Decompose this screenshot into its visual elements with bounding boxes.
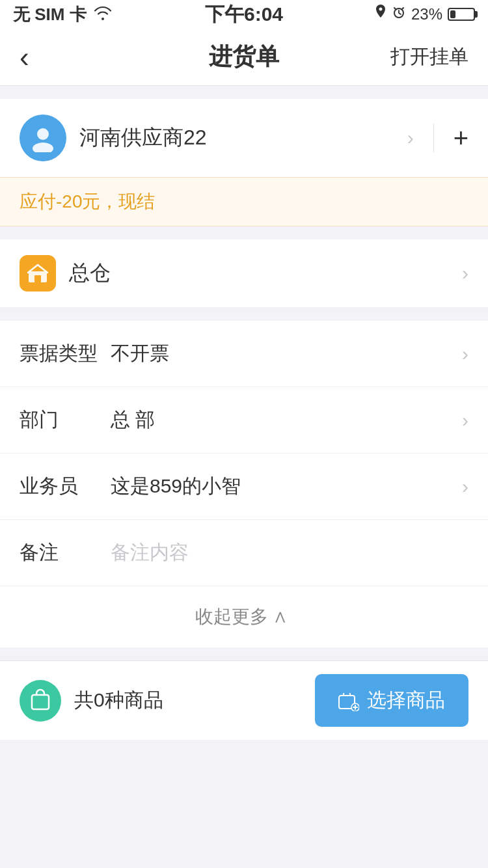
salesperson-label: 业务员 xyxy=(20,473,111,500)
invoice-type-label: 票据类型 xyxy=(20,340,111,367)
notice-text: 应付-20元，现结 xyxy=(20,191,155,211)
status-left: 无 SIM 卡 xyxy=(13,3,113,26)
select-product-label: 选择商品 xyxy=(367,687,445,714)
alarm-icon xyxy=(392,5,406,23)
supplier-actions: › + xyxy=(407,124,468,153)
supplier-section: 河南供应商22 › + 应付-20元，现结 xyxy=(0,99,488,226)
svg-point-1 xyxy=(37,128,49,140)
divider-3 xyxy=(0,308,488,321)
divider-2 xyxy=(0,226,488,239)
svg-point-2 xyxy=(33,142,53,152)
status-right: 23% xyxy=(375,5,475,24)
salesperson-chevron-icon: › xyxy=(462,476,468,498)
form-section: 票据类型 不开票 › 部门 总 部 › 业务员 这是859的小智 › 备注 备注… xyxy=(0,321,488,647)
nav-bar: ‹ 进货单 打开挂单 xyxy=(0,29,488,86)
divider-4 xyxy=(0,647,488,660)
location-icon xyxy=(375,5,386,24)
department-label: 部门 xyxy=(20,407,111,433)
department-value: 总 部 xyxy=(111,407,462,433)
remark-label: 备注 xyxy=(20,539,111,566)
vertical-divider xyxy=(433,124,434,152)
supplier-name: 河南供应商22 xyxy=(79,124,407,152)
salesperson-row[interactable]: 业务员 这是859的小智 › xyxy=(0,454,488,520)
battery-icon xyxy=(448,8,475,21)
top-divider xyxy=(0,86,488,99)
battery-percentage: 23% xyxy=(411,5,442,23)
add-supplier-button[interactable]: + xyxy=(454,124,468,153)
invoice-type-row[interactable]: 票据类型 不开票 › xyxy=(0,321,488,387)
product-icon xyxy=(20,680,61,722)
back-button[interactable]: ‹ xyxy=(20,41,59,74)
background-fill xyxy=(0,740,488,868)
supplier-avatar xyxy=(20,115,66,161)
select-product-button[interactable]: 选择商品 xyxy=(315,674,468,727)
warehouse-row[interactable]: 总仓 › xyxy=(0,239,488,308)
warehouse-section: 总仓 › xyxy=(0,239,488,308)
supplier-chevron-icon: › xyxy=(407,127,414,149)
invoice-type-value: 不开票 xyxy=(111,340,462,367)
invoice-type-chevron-icon: › xyxy=(462,343,468,365)
svg-rect-4 xyxy=(34,275,41,282)
wifi-icon xyxy=(93,5,113,25)
warehouse-icon xyxy=(20,255,56,292)
svg-rect-5 xyxy=(32,695,49,709)
select-product-icon xyxy=(338,688,359,712)
remark-value[interactable]: 备注内容 xyxy=(111,539,468,566)
collapse-text: 收起更多 ∧ xyxy=(195,604,288,629)
open-pending-button[interactable]: 打开挂单 xyxy=(390,44,468,70)
product-count: 共0种商品 xyxy=(74,687,315,714)
carrier-text: 无 SIM 卡 xyxy=(13,3,87,26)
time-display: 下午6:04 xyxy=(205,1,283,28)
supplier-row[interactable]: 河南供应商22 › + xyxy=(0,99,488,177)
department-chevron-icon: › xyxy=(462,409,468,431)
warehouse-chevron-icon: › xyxy=(462,262,468,284)
remark-row[interactable]: 备注 备注内容 xyxy=(0,520,488,586)
collapse-button[interactable]: 收起更多 ∧ xyxy=(0,586,488,647)
notice-bar: 应付-20元，现结 xyxy=(0,177,488,226)
bottom-bar: 共0种商品 选择商品 xyxy=(0,660,488,740)
page-title: 进货单 xyxy=(209,41,279,73)
department-row[interactable]: 部门 总 部 › xyxy=(0,387,488,454)
warehouse-name: 总仓 xyxy=(69,259,462,288)
status-bar: 无 SIM 卡 下午6:04 23% xyxy=(0,0,488,29)
salesperson-value: 这是859的小智 xyxy=(111,473,462,500)
